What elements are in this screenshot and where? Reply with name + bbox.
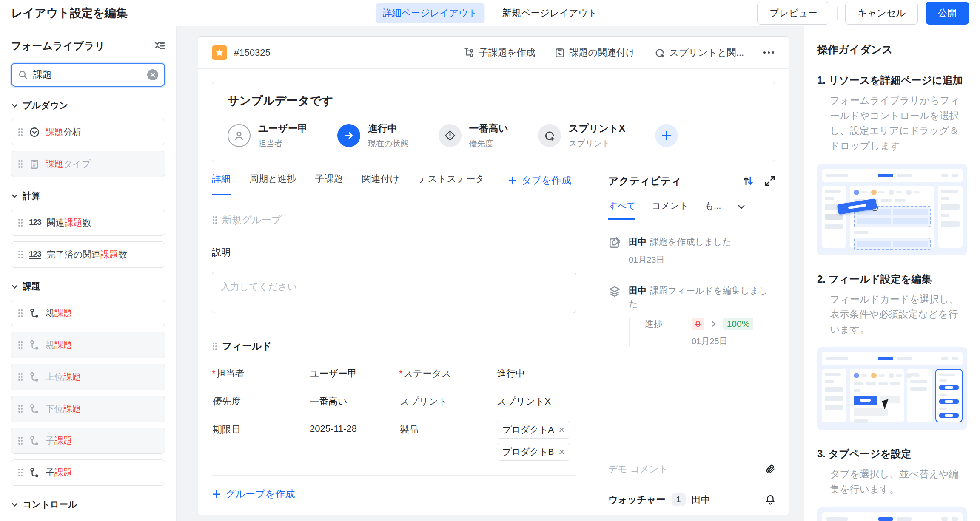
changed-field-name: 進捗: [645, 318, 692, 330]
field-value-sprint[interactable]: スプリントX: [497, 395, 576, 408]
link-issue-icon: [29, 340, 40, 351]
comment-input[interactable]: [608, 464, 759, 475]
link-issue-icon: [29, 308, 40, 319]
link-issue-icon: [29, 467, 40, 478]
bell-icon[interactable]: [765, 494, 776, 505]
section-issue[interactable]: 課題: [11, 280, 165, 292]
fields-group-header[interactable]: フィールド: [212, 340, 576, 353]
issue-type-star-icon[interactable]: [212, 45, 227, 60]
tab-detail[interactable]: 詳細: [212, 173, 231, 195]
watcher-bar: ウォッチャー 1 田中: [595, 484, 789, 515]
field-label: 下位課題: [46, 403, 81, 415]
drag-handle-icon: [212, 341, 218, 351]
priority-icon: [439, 124, 462, 147]
activity-date: 01月23日: [629, 254, 731, 266]
tab-cycle-progress[interactable]: 周期と進捗: [249, 173, 296, 195]
guidance-illustration-3: [817, 507, 967, 521]
create-subissue-button[interactable]: 子課題を作成: [464, 46, 536, 59]
link-issue-button[interactable]: 課題の関連付け: [554, 46, 635, 59]
section-pulldown[interactable]: プルダウン: [11, 99, 165, 111]
group-header[interactable]: 新規グループ: [212, 213, 576, 227]
search-clear-icon[interactable]: [147, 69, 158, 80]
expand-icon[interactable]: [764, 175, 776, 187]
issue-summary-box[interactable]: サンプルデータです ユーザー甲担当者 進行中現在の状態: [212, 82, 775, 162]
select-circle-icon: [29, 127, 40, 138]
product-tag[interactable]: プロダクトA: [497, 421, 570, 439]
create-group-button[interactable]: グループを作成: [212, 487, 576, 501]
clipboard-link-icon: [554, 47, 565, 58]
issue-id: #150325: [234, 47, 271, 58]
sprint-link-button[interactable]: スプリントと関...: [654, 46, 744, 59]
comment-bar: [595, 454, 789, 484]
cancel-button[interactable]: キャンセル: [845, 2, 918, 25]
drag-handle-icon: [17, 218, 23, 228]
tab-subissues[interactable]: 子課題: [315, 173, 343, 195]
field-label: 親課題: [46, 339, 72, 351]
activity-tab-comments[interactable]: コメント: [652, 200, 688, 220]
field-label: 上位課題: [46, 371, 81, 383]
field-value-assignee[interactable]: ユーザー甲: [310, 367, 399, 380]
library-field-parent-issue[interactable]: 親課題: [11, 300, 165, 326]
collapse-list-icon[interactable]: [154, 40, 165, 51]
activity-tab-more[interactable]: も...: [704, 200, 721, 220]
activity-tab-all[interactable]: すべて: [608, 200, 635, 220]
link-issue-icon: [29, 403, 40, 414]
chevron-down-icon[interactable]: [737, 203, 746, 211]
add-key-field-button[interactable]: [655, 124, 678, 147]
activity-title: アクティビティ: [608, 174, 681, 188]
section-calculation[interactable]: 計算: [11, 190, 165, 202]
library-field-related-issue-count[interactable]: 123 関連課題数: [11, 210, 165, 236]
key-field-status[interactable]: 進行中現在の状態: [337, 122, 408, 149]
key-field-priority[interactable]: 一番高い優先度: [439, 122, 509, 149]
key-field-sprint[interactable]: スプリントXスプリント: [538, 122, 625, 149]
product-tag[interactable]: プロダクトB: [497, 443, 570, 461]
more-actions-button[interactable]: [763, 49, 775, 56]
field-change-block: 進捗 0 100% 01月25日: [629, 318, 776, 347]
guidance-illustration-1: [817, 164, 967, 255]
tag-remove-icon[interactable]: [559, 427, 564, 433]
tabs-divider: [495, 174, 495, 186]
field-label: 関連課題数: [47, 217, 91, 229]
guidance-panel: 操作ガイダンス 1. リソースを詳細ページに追加 フォームライブラリからフィール…: [804, 26, 980, 521]
chevron-down-icon: [11, 501, 18, 508]
search-input[interactable]: [33, 69, 142, 80]
link-issue-icon: [29, 371, 40, 382]
field-value-priority[interactable]: 一番高い: [310, 395, 399, 408]
layers-icon: [608, 285, 621, 298]
arrow-right-icon: [710, 320, 717, 327]
library-field-lower-issue[interactable]: 下位課題: [11, 396, 165, 422]
library-field-sub-issue[interactable]: 子課題: [11, 428, 165, 454]
drag-handle-icon: [17, 372, 23, 382]
tab-test-status[interactable]: テストステータス: [418, 173, 482, 195]
library-field-sub-issue-2[interactable]: 子課題: [11, 459, 165, 486]
create-tab-button[interactable]: タブを作成: [508, 174, 571, 187]
field-value-status[interactable]: 進行中: [497, 367, 576, 380]
key-field-assignee[interactable]: ユーザー甲担当者: [228, 122, 308, 149]
library-field-issue-analysis[interactable]: 課題分析: [11, 119, 165, 145]
drag-handle-icon: [17, 467, 23, 478]
preview-button[interactable]: プレビュー: [757, 2, 829, 25]
publish-button[interactable]: 公開: [926, 2, 969, 25]
library-field-parent-issue-2[interactable]: 親課題: [11, 332, 165, 358]
tab-new-page-layout[interactable]: 新規ページレイアウト: [496, 3, 604, 23]
tab-detail-page-layout[interactable]: 詳細ページレイアウト: [376, 3, 484, 23]
activity-item-field-edit: 田中課題フィールドを編集しました 進捗 0 100%: [608, 284, 776, 347]
field-label: 親課題: [46, 307, 72, 319]
attachment-paperclip-icon[interactable]: [765, 464, 776, 475]
chevron-down-icon: [11, 193, 18, 200]
library-field-upper-issue[interactable]: 上位課題: [11, 364, 165, 390]
tag-remove-icon[interactable]: [559, 449, 564, 455]
status-arrow-icon: [337, 124, 360, 147]
fields-table: *担当者 ユーザー甲 *ステータス 進行中 優先度 一番高い スプリント スプリ…: [212, 367, 576, 461]
field-value-due-date[interactable]: 2025-11-28: [310, 423, 399, 434]
description-input[interactable]: [212, 272, 576, 313]
library-field-done-related-issue-count[interactable]: 123 完了済の関連課題数: [11, 241, 165, 268]
section-control[interactable]: コントロール: [11, 498, 165, 510]
activity-panel: アクティビティ すべて コメント も...: [595, 162, 789, 515]
sort-order-icon[interactable]: [742, 175, 755, 187]
tab-links[interactable]: 関連付け: [362, 173, 400, 195]
library-field-issue-type[interactable]: 課題タイプ: [11, 151, 165, 177]
link-issue-icon: [29, 435, 40, 446]
subissue-tree-icon: [464, 47, 475, 58]
issue-detail-card: #150325 子課題を作成 課題の関連付け スプリントと関...: [198, 36, 789, 515]
